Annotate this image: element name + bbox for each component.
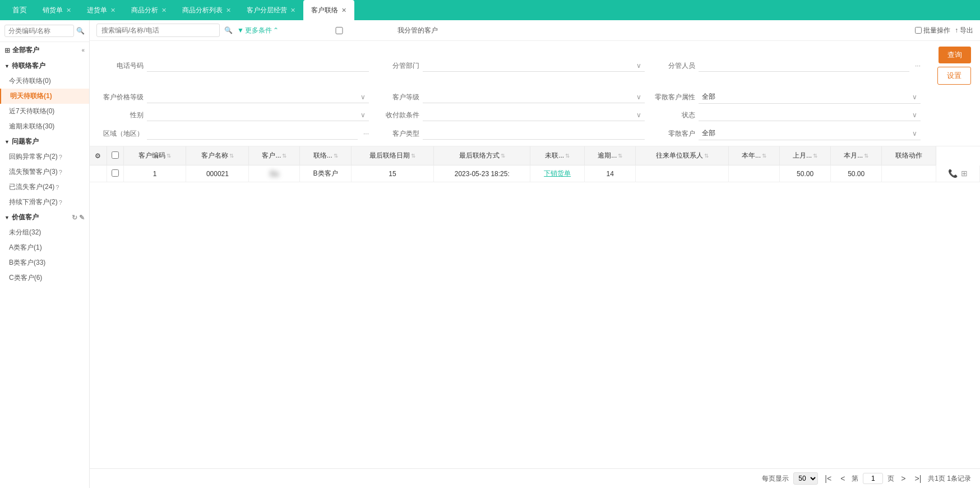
row-checkbox[interactable] (107, 165, 123, 182)
region-ellipsis[interactable]: ··· (363, 130, 369, 137)
close-customer-contact-tab[interactable]: ✕ (341, 7, 346, 14)
th-checkbox[interactable] (107, 146, 123, 165)
th-this-year[interactable]: 本年...⇅ (728, 146, 779, 165)
th-gear[interactable]: ⚙ (90, 146, 107, 165)
sidebar-item-c-class[interactable]: C类客户(6) (0, 270, 89, 286)
my-customers-checkbox[interactable]: 我分管的客户 (283, 26, 438, 35)
sidebar-item-tomorrow-pending[interactable]: 明天待联络(1) (0, 89, 89, 104)
dept-select[interactable]: ∨ (423, 60, 645, 72)
my-customers-check-input[interactable] (283, 27, 395, 34)
row-qr-icon[interactable]: ⊞ (961, 169, 968, 178)
nav-home[interactable]: 首页 (4, 0, 35, 20)
pending-section-title[interactable]: ▼ 待联络客户 (0, 58, 89, 73)
nav-customer-contact[interactable]: 客户联络 ✕ (303, 0, 354, 20)
gender-field: 性别 ∨ (99, 109, 369, 121)
sidebar-item-declining[interactable]: 持续下滑客户(2) ? (0, 195, 89, 210)
query-button[interactable]: 查询 (939, 47, 971, 63)
caret-icon5: ∨ (360, 111, 366, 119)
sidebar-item-abnormal-repurchase[interactable]: 回购异常客户(2) ? (0, 149, 89, 164)
filter-row-4: 区域（地区） ··· 客户类型 零散客户 全部 ∨ (99, 127, 971, 140)
export-btn[interactable]: ↑ 导出 (955, 26, 973, 35)
th-overdue[interactable]: 逾期...⇅ (585, 146, 636, 165)
nav-sales[interactable]: 销货单 ✕ (35, 0, 79, 20)
th-this-month[interactable]: 本月...⇅ (831, 146, 882, 165)
prev-page-btn[interactable]: < (838, 473, 847, 484)
more-conditions-btn[interactable]: ▼ 更多条件 ⌃ (237, 26, 279, 35)
cust-price-select[interactable]: ∨ (147, 91, 369, 103)
th-code[interactable]: 客户编码⇅ (123, 146, 186, 165)
value-section-title[interactable]: ▼ 价值客户 ↻ ✎ (0, 210, 89, 225)
nav-goods-list[interactable]: 商品分析列表 ✕ (174, 0, 239, 20)
sidebar-search-icon[interactable]: 🔍 (76, 27, 85, 35)
table-row: 1 000021 Ea B类客户 15 2023-05-23 18:25: 下销… (90, 165, 980, 182)
row-this-year: 50.00 (780, 165, 831, 182)
sidebar-item-7day-pending[interactable]: 近7天待联络(0) (0, 104, 89, 119)
sort-icon-od: ⇅ (618, 153, 622, 159)
first-page-btn[interactable]: |< (822, 473, 834, 484)
close-goods-list-tab[interactable]: ✕ (226, 7, 231, 14)
th-contact-count[interactable]: 联络...⇅ (300, 146, 351, 165)
next-page-btn[interactable]: > (899, 473, 908, 484)
sidebar-item-ungrouped[interactable]: 未分组(32) (0, 225, 89, 240)
reset-button[interactable]: 设置 (937, 67, 971, 85)
search-input[interactable] (96, 24, 220, 37)
filter-search-icon[interactable]: 🔍 (224, 26, 233, 34)
close-purchase-tab[interactable]: ✕ (110, 7, 115, 14)
sort-icon-cc: ⇅ (704, 153, 709, 159)
row-last-method[interactable]: 下销货单 (530, 165, 585, 182)
caret-icon2: ∨ (360, 93, 366, 101)
close-customer-tier-tab[interactable]: ✕ (290, 7, 295, 14)
help-icon2: ? (56, 184, 59, 191)
row-select-checkbox[interactable] (112, 169, 119, 177)
th-company-contact[interactable]: 往来单位联系人⇅ (636, 146, 729, 165)
region-input[interactable] (147, 128, 358, 140)
last-page-btn[interactable]: >| (913, 473, 924, 484)
th-type[interactable]: 客户...⇅ (249, 146, 300, 165)
sidebar-item-churn-warning[interactable]: 流失预警客户(3) ? (0, 164, 89, 179)
caret-icon7: ∨ (912, 111, 917, 119)
close-goods-analysis-tab[interactable]: ✕ (161, 7, 167, 14)
status-label: 状态 (650, 111, 695, 120)
refresh-icon[interactable]: ↻ (72, 214, 77, 222)
cust-level-select[interactable]: ∨ (423, 91, 645, 103)
person-input[interactable] (699, 60, 909, 72)
status-select[interactable]: ∨ (699, 109, 921, 121)
th-last-month[interactable]: 上月...⇅ (780, 146, 831, 165)
gender-select[interactable]: ∨ (147, 109, 369, 121)
retail-cust-select[interactable]: 全部 ∨ (699, 127, 921, 140)
sidebar-item-b-class[interactable]: B类客户(33) (0, 255, 89, 270)
row-type: B类客户 (300, 165, 351, 182)
batch-op-btn[interactable]: 批量操作 (915, 26, 950, 35)
collapse-icon[interactable]: « (81, 47, 85, 53)
nav-purchase[interactable]: 进货单 ✕ (79, 0, 123, 20)
cust-type-input[interactable] (423, 128, 645, 140)
payment-select[interactable]: ∨ (423, 109, 645, 121)
per-page-select[interactable]: 50 (793, 472, 818, 485)
row-last-month: 50.00 (831, 165, 882, 182)
nav-goods-analysis[interactable]: 商品分析 ✕ (123, 0, 174, 20)
page-number-input[interactable] (863, 473, 883, 484)
th-last-method[interactable]: 最后联络方式⇅ (434, 146, 530, 165)
sidebar-item-a-class[interactable]: A类客户(1) (0, 240, 89, 255)
nav-customer-tier[interactable]: 客户分层经营 ✕ (239, 0, 303, 20)
sidebar-search-input[interactable] (4, 25, 74, 37)
person-ellipsis[interactable]: ··· (915, 62, 921, 70)
th-name[interactable]: 客户名称⇅ (186, 146, 249, 165)
all-customers-label[interactable]: ⊞ 全部客户 « (0, 42, 89, 58)
retail-attr-select[interactable]: 全部 ∨ (699, 90, 921, 104)
th-not-contacted[interactable]: 未联...⇅ (530, 146, 585, 165)
sidebar-item-overdue-pending[interactable]: 逾期未联络(30) (0, 119, 89, 134)
payment-label: 收付款条件 (375, 111, 419, 120)
edit-icon[interactable]: ✎ (79, 214, 85, 222)
sort-icon-code: ⇅ (167, 153, 171, 159)
th-last-date[interactable]: 最后联络日期⇅ (351, 146, 434, 165)
batch-op-checkbox[interactable] (915, 27, 922, 34)
select-all-checkbox[interactable] (112, 151, 119, 159)
phone-input[interactable] (147, 60, 369, 72)
sidebar-item-today-pending[interactable]: 今天待联络(0) (0, 73, 89, 89)
problem-section-title[interactable]: ▼ 问题客户 (0, 134, 89, 149)
close-sales-tab[interactable]: ✕ (66, 7, 71, 14)
help-icon3: ? (59, 199, 62, 206)
sidebar-item-churned[interactable]: 已流失客户(24) ? (0, 179, 89, 195)
row-phone-icon[interactable]: 📞 (948, 169, 958, 178)
